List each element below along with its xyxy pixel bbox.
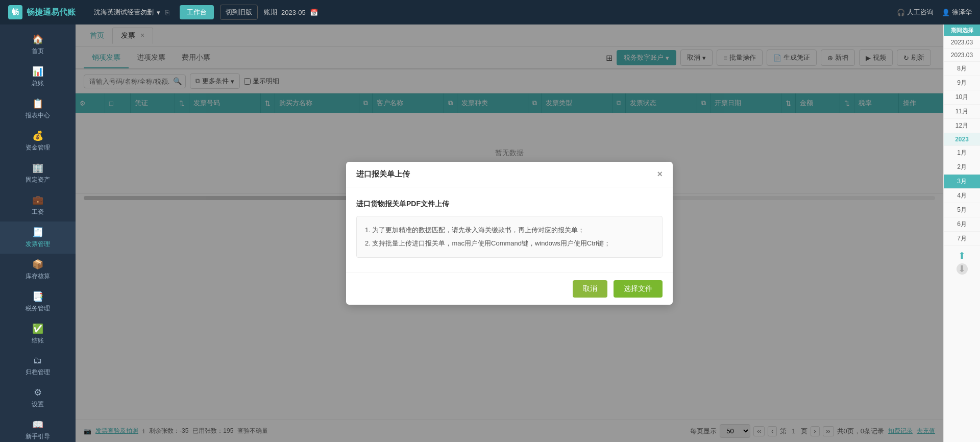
guide-icon: 📖 <box>32 419 43 430</box>
period-item-1[interactable]: 2023.03 <box>944 49 980 62</box>
old-version-button[interactable]: 切到旧版 <box>220 5 258 20</box>
reports-icon: 📋 <box>32 98 43 109</box>
period-item-year[interactable]: 2023 <box>944 133 980 146</box>
period-item-9[interactable]: 2月 <box>944 160 980 175</box>
sidebar-label-assets: 固定资产 <box>26 176 50 184</box>
home-icon: 🏠 <box>32 34 43 45</box>
sidebar-label-home: 首页 <box>32 47 44 56</box>
sidebar-item-reports[interactable]: 📋 报表中心 <box>0 93 76 125</box>
capital-icon: 💰 <box>32 130 43 141</box>
sidebar-label-capital: 资金管理 <box>26 143 50 152</box>
assets-icon: 🏢 <box>32 162 43 174</box>
logo-icon: 畅 <box>8 5 22 19</box>
archive-icon: 🗂 <box>33 355 42 366</box>
sidebar-item-home[interactable]: 🏠 首页 <box>0 29 76 61</box>
expand-up-icon[interactable]: ⬆ <box>958 250 966 261</box>
invoice-icon: 🧾 <box>32 227 43 238</box>
period-calendar-icon[interactable]: 📅 <box>310 9 318 16</box>
modal-select-file-button[interactable]: 选择文件 <box>614 280 663 298</box>
sidebar-label-reports: 报表中心 <box>26 111 50 120</box>
salary-icon: 💼 <box>32 194 43 206</box>
period-item-0[interactable]: 2023.03 <box>944 36 980 49</box>
sidebar-label-archive: 归档管理 <box>26 368 50 377</box>
user-avatar-icon: 👤 <box>942 9 950 16</box>
expand-down-icon[interactable]: ⬇ <box>957 263 968 275</box>
sidebar-item-invoice[interactable]: 🧾 发票管理 <box>0 222 76 254</box>
modal-notice-2: 2. 支持批量上传进口报关单，mac用户使用Command键，windows用户… <box>365 237 654 250</box>
modal-notice-1: 1. 为了更加精准的数据匹配，请先录入海关缴款书，再上传对应的报关单； <box>365 224 654 237</box>
modal-cancel-button[interactable]: 取消 <box>573 280 607 298</box>
sidebar-item-settings[interactable]: ⚙ 设置 <box>0 382 76 414</box>
company-dropdown-icon: ▾ <box>157 9 160 16</box>
period-item-12[interactable]: 5月 <box>944 203 980 217</box>
modal-body: 进口货物报关单PDF文件上传 1. 为了更加精准的数据匹配，请先录入海关缴款书，… <box>346 187 673 273</box>
app-logo: 畅 畅捷通易代账 <box>8 5 84 19</box>
modal-notice: 1. 为了更加精准的数据匹配，请先录入海关缴款书，再上传对应的报关单； 2. 支… <box>356 216 663 258</box>
modal-footer: 取消 选择文件 <box>346 273 673 305</box>
period-item-11[interactable]: 4月 <box>944 189 980 203</box>
sidebar: 🏠 首页 📊 总账 📋 报表中心 💰 资金管理 🏢 固定资产 💼 工资 🧾 发票… <box>0 24 76 442</box>
sidebar-label-invoice: 发票管理 <box>26 240 50 249</box>
period-display: 账期 2023-05 📅 <box>264 8 318 17</box>
period-item-10[interactable]: 3月 <box>944 175 980 189</box>
period-value: 2023-05 <box>281 9 306 16</box>
company-selector[interactable]: 沈海英测试经营勿删 ▾ ⎘ <box>94 8 169 17</box>
settings-icon: ⚙ <box>34 387 42 398</box>
headset-icon: 🎧 <box>897 9 905 16</box>
period-header: 期间选择 <box>944 24 980 36</box>
tax-icon: 📑 <box>32 291 43 302</box>
modal-close-button[interactable]: × <box>657 169 663 180</box>
period-item-13[interactable]: 6月 <box>944 217 980 232</box>
sidebar-item-ledger[interactable]: 📊 总账 <box>0 61 76 93</box>
period-item-5[interactable]: 11月 <box>944 105 980 119</box>
sidebar-label-guide: 新手引导 <box>26 432 50 441</box>
period-item-8[interactable]: 1月 <box>944 146 980 160</box>
sidebar-label-settings: 设置 <box>32 400 44 409</box>
period-sidebar: 期间选择 2023.03 2023.03 8月 9月 10月 11月 12月 2… <box>943 24 980 442</box>
period-item-6[interactable]: 12月 <box>944 119 980 133</box>
sidebar-item-settlement[interactable]: ✅ 结账 <box>0 318 76 350</box>
sidebar-item-tax[interactable]: 📑 税务管理 <box>0 286 76 318</box>
sidebar-item-capital[interactable]: 💰 资金管理 <box>0 125 76 157</box>
sidebar-item-assets[interactable]: 🏢 固定资产 <box>0 157 76 189</box>
sidebar-item-archive[interactable]: 🗂 归档管理 <box>0 350 76 382</box>
period-item-3[interactable]: 9月 <box>944 76 980 90</box>
period-item-14[interactable]: 7月 <box>944 232 980 246</box>
ledger-icon: 📊 <box>32 66 43 77</box>
inventory-icon: 📦 <box>32 259 43 270</box>
settlement-icon: ✅ <box>32 323 43 334</box>
user-menu[interactable]: 👤 徐泽华 <box>942 8 972 17</box>
modal-overlay: 进口报关单上传 × 进口货物报关单PDF文件上传 1. 为了更加精准的数据匹配，… <box>76 24 943 442</box>
sidebar-label-salary: 工资 <box>32 208 44 216</box>
sidebar-label-settlement: 结账 <box>32 336 44 345</box>
sidebar-label-inventory: 库存核算 <box>26 272 50 281</box>
workspace-button[interactable]: 工作台 <box>180 5 214 19</box>
top-bar-right: 🎧 人工咨询 👤 徐泽华 <box>897 8 972 17</box>
period-label: 账期 <box>264 8 277 17</box>
period-item-4[interactable]: 10月 <box>944 90 980 105</box>
modal-header: 进口报关单上传 × <box>346 162 673 187</box>
company-name: 沈海英测试经营勿删 <box>94 8 154 17</box>
import-customs-modal: 进口报关单上传 × 进口货物报关单PDF文件上传 1. 为了更加精准的数据匹配，… <box>346 162 673 305</box>
app-name: 畅捷通易代账 <box>27 7 76 18</box>
sidebar-item-salary[interactable]: 💼 工资 <box>0 189 76 222</box>
sidebar-label-ledger: 总账 <box>32 79 44 88</box>
sidebar-item-guide[interactable]: 📖 新手引导 <box>0 414 76 442</box>
sidebar-item-inventory[interactable]: 📦 库存核算 <box>0 254 76 286</box>
top-bar: 畅 畅捷通易代账 沈海英测试经营勿删 ▾ ⎘ 工作台 切到旧版 账期 2023-… <box>0 0 980 24</box>
period-item-2[interactable]: 8月 <box>944 62 980 76</box>
modal-file-title: 进口货物报关单PDF文件上传 <box>356 200 663 209</box>
sidebar-label-tax: 税务管理 <box>26 304 50 313</box>
top-bar-center: 工作台 切到旧版 账期 2023-05 📅 <box>180 5 318 20</box>
modal-title: 进口报关单上传 <box>356 169 410 179</box>
service-link[interactable]: 🎧 人工咨询 <box>897 8 934 17</box>
company-copy-icon: ⎘ <box>165 9 169 16</box>
